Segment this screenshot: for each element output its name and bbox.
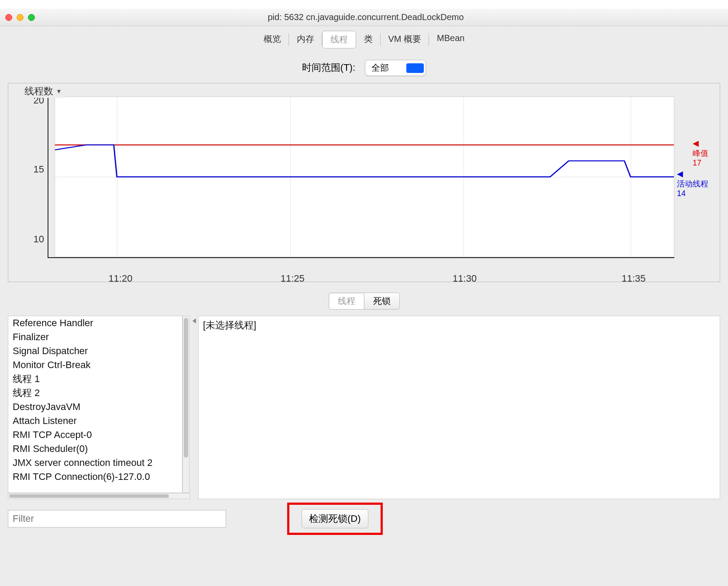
detect-deadlock-button[interactable]: 检测死锁(D) bbox=[302, 509, 368, 528]
list-item[interactable]: 线程 2 bbox=[8, 386, 182, 400]
chart-panel: 线程数 ▼ 20 15 10 bbox=[8, 83, 720, 282]
subtab-deadlock[interactable]: 死锁 bbox=[364, 293, 400, 310]
main-tabs: 概览 内存 线程 类 VM 概要 MBean bbox=[0, 26, 728, 51]
x-tick: 11:35 bbox=[622, 273, 646, 284]
list-item[interactable]: Signal Dispatcher bbox=[8, 344, 182, 358]
chevron-up-down-icon bbox=[406, 63, 424, 73]
peak-legend: ◀ 峰值 17 bbox=[693, 138, 708, 168]
scrollbar-vertical[interactable] bbox=[182, 316, 189, 493]
scrollbar-horizontal[interactable] bbox=[8, 493, 190, 499]
scrollbar-thumb[interactable] bbox=[184, 318, 188, 458]
list-item[interactable]: Reference Handler bbox=[8, 316, 182, 330]
x-tick: 11:30 bbox=[453, 273, 477, 284]
close-icon[interactable] bbox=[5, 14, 12, 21]
chart-title: 线程数 ▼ bbox=[22, 85, 65, 98]
x-tick: 11:25 bbox=[281, 273, 305, 284]
live-legend: ◀ 活动线程 14 bbox=[677, 169, 708, 198]
scrollbar-thumb[interactable] bbox=[9, 494, 169, 498]
detail-placeholder: [未选择线程] bbox=[203, 320, 256, 331]
timerange-select[interactable]: 全部 bbox=[365, 60, 426, 76]
tab-overview[interactable]: 概览 bbox=[256, 31, 289, 48]
filter-input[interactable] bbox=[8, 510, 226, 527]
x-tick: 11:20 bbox=[108, 273, 132, 284]
subtab-threads[interactable]: 线程 bbox=[329, 293, 364, 310]
zoom-icon[interactable] bbox=[28, 14, 35, 21]
tab-threads[interactable]: 线程 bbox=[322, 31, 356, 48]
tab-classes[interactable]: 类 bbox=[356, 31, 381, 48]
bottom-bar: 检测死锁(D) bbox=[8, 503, 720, 535]
sub-tabs: 线程 死锁 bbox=[0, 282, 728, 313]
timerange-row: 时间范围(T): 全部 bbox=[0, 51, 728, 83]
list-item[interactable]: RMI Scheduler(0) bbox=[8, 442, 182, 456]
window-title: pid: 5632 cn.javaguide.concurrent.DeadLo… bbox=[35, 12, 697, 22]
traffic-lights bbox=[5, 14, 35, 21]
minimize-icon[interactable] bbox=[17, 14, 24, 21]
detect-highlight: 检测死锁(D) bbox=[287, 503, 383, 535]
splitter[interactable] bbox=[190, 316, 198, 499]
list-item[interactable]: RMI TCP Accept-0 bbox=[8, 428, 182, 442]
list-item[interactable]: DestroyJavaVM bbox=[8, 400, 182, 414]
list-item[interactable]: Finalizer bbox=[8, 330, 182, 344]
tab-memory[interactable]: 内存 bbox=[289, 31, 322, 48]
y-tick: 15 bbox=[34, 164, 44, 175]
thread-list[interactable]: Reference Handler Finalizer Signal Dispa… bbox=[8, 316, 182, 493]
triangle-left-icon bbox=[192, 318, 196, 324]
y-axis: 20 15 10 bbox=[14, 97, 48, 276]
thread-area: Reference Handler Finalizer Signal Dispa… bbox=[8, 316, 720, 499]
window: pid: 5632 cn.javaguide.concurrent.DeadLo… bbox=[0, 9, 728, 535]
thread-detail: [未选择线程] bbox=[198, 316, 720, 499]
list-item[interactable]: 线程 1 bbox=[8, 372, 182, 386]
chevron-down-icon[interactable]: ▼ bbox=[56, 88, 62, 95]
chart-plot: 11:20 11:25 11:30 11:35 ◀ 峰值 17 ◀ 活动线程 1… bbox=[48, 97, 674, 258]
menu-bar bbox=[0, 0, 728, 9]
timerange-value: 全部 bbox=[371, 62, 406, 74]
list-item[interactable]: JMX server connection timeout 2 bbox=[8, 456, 182, 470]
y-tick: 10 bbox=[34, 234, 44, 245]
tab-vm-summary[interactable]: VM 概要 bbox=[381, 31, 429, 48]
list-item[interactable]: RMI TCP Connection(6)-127.0.0 bbox=[8, 470, 182, 484]
list-item[interactable]: Monitor Ctrl-Break bbox=[8, 358, 182, 372]
live-line bbox=[55, 145, 674, 177]
list-item[interactable]: Attach Listener bbox=[8, 414, 182, 428]
titlebar: pid: 5632 cn.javaguide.concurrent.DeadLo… bbox=[0, 9, 728, 26]
timerange-label: 时间范围(T): bbox=[302, 62, 355, 73]
tab-mbean[interactable]: MBean bbox=[429, 31, 472, 48]
